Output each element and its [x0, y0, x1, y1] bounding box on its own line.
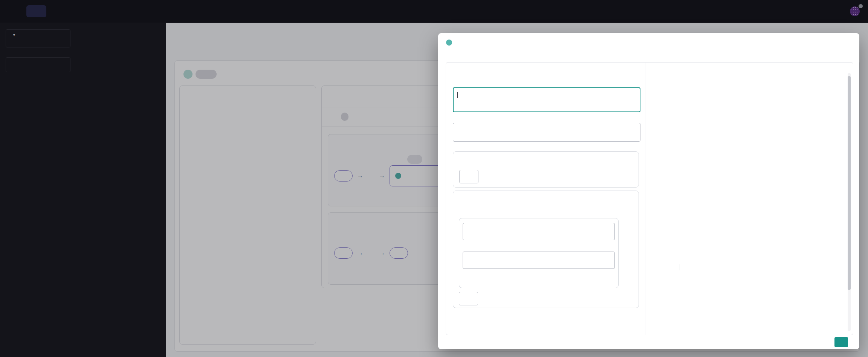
dialog-footer [438, 335, 859, 349]
methods-select[interactable] [463, 252, 615, 269]
save-button[interactable] [834, 337, 848, 347]
resource-filtering-dialog [438, 33, 859, 349]
remove-rule-icon[interactable] [620, 244, 627, 251]
whitelist-section [453, 151, 639, 188]
plus-icon [465, 174, 470, 179]
shield-icon [447, 41, 451, 44]
warning-label [651, 264, 675, 270]
description-field[interactable] [453, 87, 640, 112]
plus-icon [465, 296, 469, 301]
whitelist-add-button[interactable] [459, 170, 478, 183]
dialog-body [446, 62, 853, 335]
trigger-condition-field[interactable] [453, 123, 640, 142]
close-icon[interactable] [843, 38, 850, 44]
blacklist-section [453, 191, 639, 308]
chevron-down-icon[interactable] [623, 198, 629, 204]
blacklist-add-button[interactable] [459, 292, 478, 305]
rule-card [459, 218, 619, 288]
chevron-down-icon[interactable] [623, 159, 629, 165]
policy-icon [446, 40, 452, 46]
path-pattern-field[interactable] [463, 223, 615, 240]
warning-text [680, 264, 686, 270]
caret-down-icon [605, 258, 611, 263]
divider [645, 63, 645, 335]
description-textarea[interactable] [457, 90, 636, 109]
divider [651, 300, 844, 300]
warning-box [651, 264, 844, 270]
resize-handle-icon[interactable] [634, 106, 638, 110]
scrollbar-thumb[interactable] [848, 76, 851, 290]
